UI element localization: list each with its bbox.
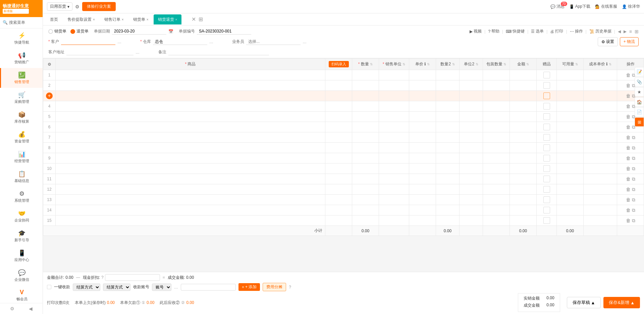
row-amount-cell[interactable] [510, 80, 537, 91]
row-unit-cell[interactable] [379, 91, 409, 101]
calendar-icon[interactable]: 📅 [168, 29, 173, 34]
tab-sales-order-close[interactable]: × [122, 18, 124, 21]
gift-checkbox[interactable] [543, 144, 550, 151]
action-select-btn[interactable]: ☰ 选单 [531, 28, 544, 34]
row-delete-btn[interactable]: 🗑 [626, 197, 631, 203]
row-gift-cell[interactable] [537, 91, 557, 101]
rf-favorite-btn[interactable]: ★ [635, 87, 644, 97]
action-shortcut-btn[interactable]: ⌨ 快捷键 [506, 28, 525, 34]
row-copy-btn[interactable]: ⧉ [632, 207, 635, 213]
row-qty2-cell[interactable] [436, 80, 460, 91]
sidebar-item-marketing[interactable]: 📢 营销推广 [0, 48, 43, 68]
action-video-btn[interactable]: ▶ 视频 [470, 28, 482, 34]
industry-dropdown[interactable]: 日用百货 ▾ [47, 2, 72, 11]
row-unit-cell[interactable] [379, 80, 409, 91]
row-copy-btn[interactable]: ⧉ [632, 166, 635, 172]
warehouse-dots-btn[interactable]: … [209, 40, 213, 44]
row-copy-btn[interactable]: ⧉ [632, 176, 635, 182]
gift-checkbox[interactable] [543, 124, 550, 130]
row-copy-btn[interactable]: ⧉ [632, 197, 635, 203]
action-help-btn[interactable]: ? 帮助 [488, 28, 499, 34]
fee-help-icon[interactable]: ? [289, 285, 291, 290]
row-product-cell[interactable] [56, 91, 325, 101]
row-qty-cell[interactable] [352, 91, 379, 101]
settlement-method-select[interactable]: 结算方式 [73, 284, 100, 291]
row-copy-btn[interactable]: ⧉ [632, 218, 635, 224]
tab-price-setting[interactable]: 售价提取设置 × [63, 14, 99, 24]
date-input[interactable] [112, 28, 166, 35]
row-qty-cell[interactable] [352, 80, 379, 91]
gift-checkbox[interactable] [543, 92, 550, 99]
account-select[interactable]: 账号 [152, 284, 171, 291]
customer-dots-btn[interactable]: … [117, 40, 121, 44]
cash-discount-input[interactable] [105, 274, 160, 281]
row-pkg-qty-cell[interactable] [483, 70, 510, 80]
calculate-method-select[interactable]: 结算方式 [103, 284, 130, 291]
cta-button[interactable]: 体验行业方案 [82, 2, 116, 11]
gift-checkbox[interactable] [543, 72, 550, 78]
row-product-cell[interactable] [56, 70, 325, 80]
setting-button[interactable]: ⚙ 设置 [598, 37, 618, 46]
row-copy-btn[interactable]: ⧉ [632, 135, 635, 140]
gift-checkbox[interactable] [543, 82, 550, 89]
customer-input[interactable] [61, 39, 115, 45]
online-service-btn[interactable]: 💁 在线客服 [595, 4, 617, 9]
tab-price-setting-close[interactable]: × [93, 18, 95, 21]
row-unit2-cell[interactable] [460, 80, 483, 91]
save-draft-button[interactable]: 保存草稿 ▲ [567, 297, 601, 308]
sidebar-item-sales[interactable]: 💹 销售管理 [0, 68, 43, 88]
code-input[interactable] [197, 28, 251, 35]
sidebar-item-finance[interactable]: 💰 资金管理 [0, 127, 43, 147]
row-delete-btn[interactable]: 🗑 [626, 83, 631, 88]
gift-checkbox[interactable] [543, 196, 550, 203]
stat-receivable-help[interactable]: ② [181, 300, 185, 305]
tab-home[interactable]: 首页 [46, 14, 62, 24]
sidebar-settings-btn[interactable]: ⚙ [10, 306, 14, 311]
row-available-cell[interactable] [557, 70, 584, 80]
logistics-button[interactable]: + 物流 [620, 37, 639, 46]
save-new-button[interactable]: 保存&新增 ▲ [603, 297, 640, 308]
warehouse-input[interactable] [153, 39, 207, 45]
row-delete-btn[interactable]: 🗑 [626, 114, 631, 120]
stat-debt-help[interactable]: ① [142, 300, 145, 305]
row-delete-btn[interactable]: 🗑 [626, 93, 631, 99]
row-delete-btn[interactable]: 🗑 [626, 135, 631, 140]
sidebar-item-purchase[interactable]: 🛒 采购管理 [0, 88, 43, 108]
row-copy-btn[interactable]: ⧉ [632, 187, 635, 192]
radio-return[interactable]: 退货单 [70, 28, 89, 34]
row-gift-cell[interactable] [537, 70, 557, 80]
row-delete-btn[interactable]: 🗑 [626, 187, 631, 192]
fee-split-btn[interactable]: 费用分摊 [263, 283, 286, 291]
gift-checkbox[interactable] [543, 113, 550, 120]
row-delete-btn[interactable]: 🗑 [626, 155, 631, 161]
sidebar-collapse-btn[interactable]: ◀ [29, 306, 33, 311]
row-cost-price-cell[interactable] [584, 91, 617, 101]
sidebar-item-guide[interactable]: 🎓 新手引导 [0, 226, 43, 246]
tab-menu-icon[interactable]: ⊞ [199, 16, 203, 22]
row-copy-btn[interactable]: ⧉ [632, 145, 635, 151]
tab-sales-delivery-close[interactable]: × [147, 18, 149, 21]
sidebar-item-app-center[interactable]: 📱 应用中心 [0, 246, 43, 266]
row-available-cell[interactable] [557, 91, 584, 101]
remark-input[interactable] [168, 49, 269, 55]
row-delete-btn[interactable]: 🗑 [626, 124, 631, 130]
sidebar-item-enterprise[interactable]: 🤝 企业协同 [0, 206, 43, 226]
action-operate-btn[interactable]: ⋯ 操作 [570, 28, 583, 34]
rf-home-btn[interactable]: 🏠 [635, 97, 644, 107]
rf-doc-btn[interactable]: 📄 [635, 107, 644, 117]
gift-checkbox[interactable] [543, 186, 550, 193]
product-input[interactable] [58, 93, 322, 99]
gift-checkbox[interactable] [543, 207, 550, 213]
add-row-btn[interactable]: + [46, 92, 53, 99]
one-click-collect-checkbox[interactable] [47, 285, 51, 289]
account-dots-btn[interactable]: … [174, 285, 178, 290]
gift-checkbox[interactable] [543, 217, 550, 224]
app-download-btn[interactable]: 📱 App下载 [569, 4, 590, 9]
rf-active-btn[interactable]: ⊞ [635, 117, 644, 127]
sidebar-search[interactable]: 🔍 搜索菜单 [0, 17, 43, 28]
row-amount-cell[interactable] [510, 70, 537, 80]
action-print-btn[interactable]: 🖨 打印 [550, 28, 563, 34]
view-grid-icon[interactable]: ⊞ [635, 29, 639, 34]
row-delete-btn[interactable]: 🗑 [626, 145, 631, 151]
amount-input[interactable] [181, 284, 236, 291]
